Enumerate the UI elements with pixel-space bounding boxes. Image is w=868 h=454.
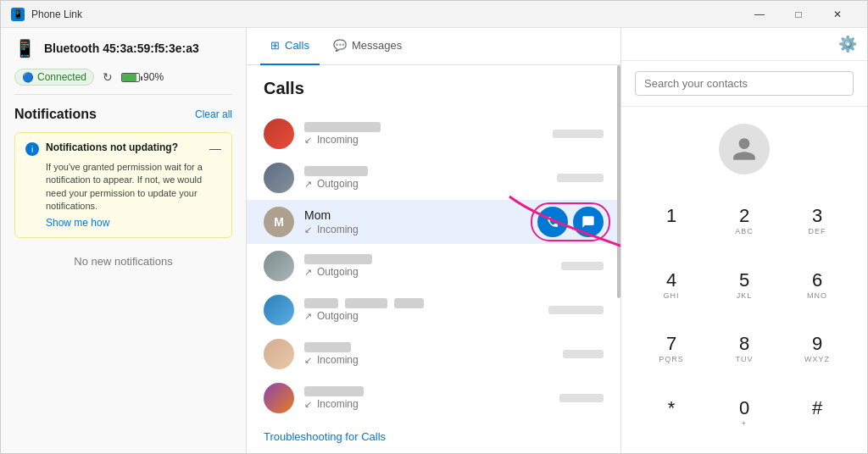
minimize-button[interactable]: — [740, 1, 779, 28]
troubleshoot-link[interactable]: Troubleshooting for Calls [247, 420, 620, 453]
dialer-key-sub-5: JKL [737, 291, 753, 302]
dialer-key-#[interactable]: # [781, 382, 854, 446]
call-name-row-5 [304, 298, 538, 308]
contact-avatar-area [621, 107, 867, 183]
connection-bar: 🔵 Connected ↻ 90% [1, 65, 246, 94]
dialer-key-9[interactable]: 9 WXYZ [781, 318, 854, 383]
clear-all-button[interactable]: Clear all [195, 108, 232, 120]
call-meta-1: ↙ Incoming [304, 134, 542, 146]
settings-button[interactable]: ⚙️ [838, 35, 857, 53]
call-item-2[interactable]: ↗ Outgoing [247, 156, 620, 200]
call-button-mom[interactable] [537, 207, 568, 237]
call-name-row-mom: Mom [304, 208, 527, 222]
search-input[interactable] [635, 71, 854, 96]
dialer-key-4[interactable]: 4 GHI [635, 254, 708, 318]
dialer-key-sub-4: GHI [663, 291, 679, 302]
dialer-key-5[interactable]: 5 JKL [708, 254, 781, 318]
app-body: 📱 Bluetooth 45:3a:59:f5:3e:a3 🔵 Connecte… [1, 28, 867, 453]
call-name-blur-5a [304, 298, 338, 308]
tab-calls[interactable]: ⊞ Calls [260, 28, 320, 65]
notifications-section: Notifications Clear all i Notifications … [1, 95, 246, 453]
call-info-6: ↙ Incoming [304, 342, 553, 366]
show-me-how-link[interactable]: Show me how [25, 217, 221, 229]
notifications-title: Notifications [14, 107, 97, 122]
collapse-notification-button[interactable]: — [209, 141, 221, 155]
call-date-1 [553, 130, 604, 138]
call-name-row-4 [304, 254, 551, 264]
app-icon: 📱 [11, 8, 25, 21]
call-item-mom[interactable]: M Mom ↙ Incoming [247, 200, 620, 244]
tabs-bar: ⊞ Calls 💬 Messages [247, 28, 620, 65]
info-icon: i [25, 142, 39, 156]
sidebar: 📱 Bluetooth 45:3a:59:f5:3e:a3 🔵 Connecte… [1, 28, 247, 453]
notification-body: If you've granted permission wait for a … [25, 161, 221, 213]
dialer-key-sub-9: WXYZ [804, 355, 830, 365]
maximize-button[interactable]: □ [779, 1, 818, 28]
call-name-row-2 [304, 166, 547, 176]
call-item-1[interactable]: ↙ Incoming [247, 112, 620, 156]
dialer-key-8[interactable]: 8 TUV [708, 318, 781, 383]
dialer-key-num-#: # [812, 399, 822, 418]
calls-content: Calls ↙ Incoming [247, 65, 620, 453]
device-name: Bluetooth 45:3a:59:f5:3e:a3 [44, 42, 199, 55]
call-name-mom: Mom [304, 208, 331, 222]
dialer-key-num-1: 1 [666, 207, 676, 225]
notifications-header: Notifications Clear all [14, 107, 232, 122]
dialer-key-2[interactable]: 2 ABC [708, 190, 781, 254]
call-incoming-icon-7: ↙ [304, 399, 312, 410]
call-item-7[interactable]: ↙ Incoming [247, 376, 620, 420]
call-avatar-6 [264, 339, 294, 369]
connected-label: Connected [37, 71, 86, 83]
dialer-key-0[interactable]: 0 + [708, 382, 781, 446]
call-name-blur-4 [304, 254, 372, 264]
dialer-key-1[interactable]: 1 [635, 190, 708, 254]
dialer-key-num-4: 4 [666, 271, 676, 290]
close-button[interactable]: ✕ [818, 1, 857, 28]
call-info-2: ↗ Outgoing [304, 166, 547, 190]
tab-messages[interactable]: 💬 Messages [323, 28, 412, 65]
call-date-4 [561, 262, 604, 270]
sidebar-header: 📱 Bluetooth 45:3a:59:f5:3e:a3 [1, 28, 246, 65]
dialer-key-3[interactable]: 3 DEF [781, 190, 854, 254]
call-outgoing-icon-2: ↗ [304, 179, 312, 190]
call-outgoing-icon-5: ↗ [304, 311, 312, 322]
call-meta-6: ↙ Incoming [304, 354, 553, 366]
right-panel: ⚙️ 1 2 ABC 3 DEF 4 GHI [621, 28, 867, 453]
call-name-blur-7 [304, 386, 364, 396]
calls-list-container: Calls ↙ Incoming [247, 65, 620, 453]
call-item-6[interactable]: ↙ Incoming [247, 332, 620, 376]
call-info-1: ↙ Incoming [304, 122, 542, 146]
call-meta-7: ↙ Incoming [304, 398, 549, 410]
call-info-mom: Mom ↙ Incoming [304, 208, 527, 235]
battery-bar [121, 73, 140, 82]
call-name-blur-5c [394, 298, 424, 308]
call-name-blur-2 [304, 166, 368, 176]
dialer-key-num-2: 2 [739, 207, 749, 225]
call-actions-mom [537, 207, 604, 237]
dialer-key-num-0: 0 [739, 399, 749, 418]
call-meta-4: ↗ Outgoing [304, 266, 551, 278]
call-name-blur-6 [304, 342, 351, 352]
refresh-icon[interactable]: ↻ [103, 70, 113, 84]
call-outgoing-icon-4: ↗ [304, 267, 312, 278]
message-button-mom[interactable] [573, 207, 604, 237]
call-name-blur-5b [345, 298, 387, 308]
dialer-key-6[interactable]: 6 MNO [781, 254, 854, 318]
call-incoming-icon-1: ↙ [304, 135, 312, 146]
call-name-blur-1 [304, 122, 381, 132]
call-item-5[interactable]: ↗ Outgoing [247, 288, 620, 332]
call-avatar-4 [264, 251, 294, 281]
scroll-indicator [617, 65, 620, 298]
tab-calls-label: Calls [285, 39, 309, 52]
dialer-key-sub-8: TUV [736, 355, 754, 365]
app-title: Phone Link [31, 8, 733, 20]
dialer-key-*[interactable]: * [635, 382, 708, 446]
notification-body-text: If you've granted permission wait for a … [46, 162, 203, 211]
notification-card-header: i Notifications not updating? — [25, 141, 221, 156]
call-meta-2: ↗ Outgoing [304, 178, 547, 190]
dialer-key-7[interactable]: 7 PQRS [635, 318, 708, 383]
call-type-6: Incoming [317, 354, 359, 366]
call-item-4[interactable]: ↗ Outgoing [247, 244, 620, 288]
search-bar [621, 61, 867, 107]
call-date-2 [557, 174, 604, 182]
